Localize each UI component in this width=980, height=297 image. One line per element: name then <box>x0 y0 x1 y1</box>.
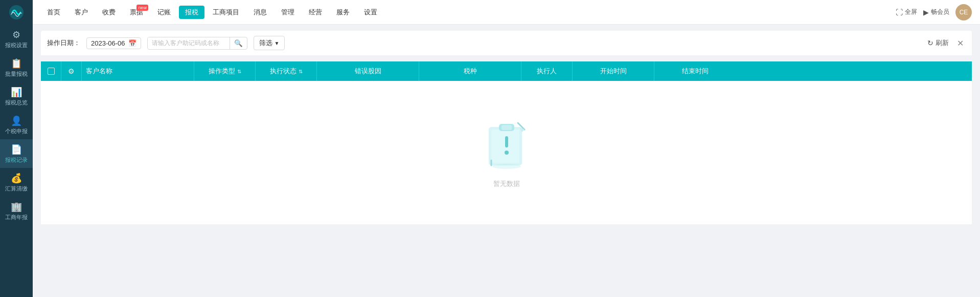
select-all-checkbox[interactable] <box>48 68 55 75</box>
refresh-button[interactable]: ↻ 刷新 <box>927 38 949 48</box>
video-icon: ▶ <box>923 8 929 16</box>
sidebar-item-huisuan-jiaona[interactable]: 💰 汇算清缴 <box>0 168 33 197</box>
th-op-type-label: 操作类型 <box>209 67 235 76</box>
nav-item-jingying[interactable]: 经营 <box>303 6 328 19</box>
member-label: 畅会员 <box>931 8 949 16</box>
nav-item-gongshang[interactable]: 工商项目 <box>207 6 245 19</box>
sidebar-item-label: 个税申报 <box>5 128 28 135</box>
th-customer: 客户名称 <box>82 61 194 81</box>
sidebar-item-baoshui-shezhi[interactable]: ⚙ 报税设置 <box>0 25 33 53</box>
th-start-time-label: 开始时间 <box>600 67 627 76</box>
empty-state: 暂无数据 <box>41 81 972 224</box>
sidebar-item-label: 批量报税 <box>5 71 28 77</box>
fullscreen-icon: ⛶ <box>896 8 903 16</box>
empty-icon <box>481 117 532 173</box>
nav-item-shouye[interactable]: 首页 <box>41 6 66 19</box>
fullscreen-label: 全屏 <box>905 8 917 16</box>
batch-tax-icon: 📋 <box>11 58 22 69</box>
member-button[interactable]: ▶ 畅会员 <box>923 8 949 16</box>
search-button[interactable]: 🔍 <box>230 37 247 49</box>
page-content: 操作日期： 2023-06-06 📅 🔍 筛选 ▼ ↻ <box>33 25 980 297</box>
avatar[interactable]: CE <box>955 4 972 20</box>
date-label: 操作日期： <box>47 38 80 48</box>
sidebar-item-label: 工商年报 <box>5 214 28 221</box>
topnav-right: ⛶ 全屏 ▶ 畅会员 CE <box>896 4 972 20</box>
nav-item-shoufei[interactable]: 收费 <box>96 6 122 19</box>
content-area: 操作日期： 2023-06-06 📅 🔍 筛选 ▼ ↻ <box>33 25 980 297</box>
th-end-time: 结束时间 <box>654 61 736 81</box>
th-executor: 执行人 <box>521 61 573 81</box>
sidebar-item-label: 汇算清缴 <box>5 185 28 192</box>
sidebar-item-baoshui-zonglan[interactable]: 📊 报税总览 <box>0 82 33 111</box>
tax-record-icon: 📄 <box>11 144 22 155</box>
annual-report-icon: 🏢 <box>11 201 22 213</box>
table-wrapper: ⚙ 客户名称 操作类型 ⇅ 执行状态 ⇅ 错误股因 <box>41 61 972 224</box>
th-end-time-label: 结束时间 <box>682 67 709 76</box>
new-badge: new <box>136 5 148 11</box>
th-checkbox[interactable] <box>41 61 61 81</box>
nav-item-kehu[interactable]: 客户 <box>69 6 94 19</box>
search-icon: 🔍 <box>234 39 243 47</box>
personal-tax-icon: 👤 <box>11 115 22 126</box>
fullscreen-button[interactable]: ⛶ 全屏 <box>896 8 917 16</box>
svg-point-9 <box>492 164 521 169</box>
th-error-reason: 错误股因 <box>317 61 419 81</box>
svg-point-6 <box>505 151 509 155</box>
th-start-time: 开始时间 <box>573 61 654 81</box>
topnav-items: 首页 客户 收费 票据 new 记账 报税 工商项目 消息 管理 经营 服务 设… <box>41 6 896 19</box>
th-customer-label: 客户名称 <box>86 67 112 76</box>
sidebar-item-geshuishenba[interactable]: 👤 个税申报 <box>0 111 33 139</box>
th-exec-status-label: 执行状态 <box>270 67 297 76</box>
sort-icon: ⇅ <box>299 69 303 74</box>
search-input[interactable] <box>148 37 230 49</box>
overview-icon: 📊 <box>11 87 22 98</box>
nav-item-shezhi[interactable]: 设置 <box>358 6 383 19</box>
sidebar-item-label: 报税设置 <box>5 42 28 49</box>
svg-rect-4 <box>502 125 512 130</box>
settlement-icon: 💰 <box>11 173 22 184</box>
chevron-down-icon: ▼ <box>275 40 280 46</box>
nav-item-fuwu[interactable]: 服务 <box>330 6 356 19</box>
th-op-type[interactable]: 操作类型 ⇅ <box>194 61 256 81</box>
toolbar: 操作日期： 2023-06-06 📅 🔍 筛选 ▼ ↻ <box>41 31 972 55</box>
nav-item-piaoju[interactable]: 票据 new <box>124 6 149 19</box>
main-wrapper: 首页 客户 收费 票据 new 记账 报税 工商项目 消息 管理 经营 服务 设… <box>33 0 980 297</box>
sidebar: ⚙ 报税设置 📋 批量报税 📊 报税总览 👤 个税申报 📄 报税记录 💰 汇算清… <box>0 0 33 297</box>
svg-rect-5 <box>505 136 508 147</box>
th-exec-status[interactable]: 执行状态 ⇅ <box>256 61 317 81</box>
date-value: 2023-06-06 <box>91 39 125 47</box>
refresh-icon: ↻ <box>927 39 933 47</box>
nav-item-jizhang[interactable]: 记账 <box>151 6 177 19</box>
sidebar-item-baoshui-jilu[interactable]: 📄 报税记录 <box>0 139 33 168</box>
search-box: 🔍 <box>147 37 247 50</box>
filter-button[interactable]: 筛选 ▼ <box>254 36 285 50</box>
sidebar-item-gongshang-nianba[interactable]: 🏢 工商年报 <box>0 197 33 225</box>
sidebar-item-label: 报税记录 <box>5 157 28 163</box>
th-tax-type: 税种 <box>419 61 521 81</box>
refresh-label: 刷新 <box>936 38 949 48</box>
sort-icon: ⇅ <box>237 69 241 74</box>
th-tax-type-label: 税种 <box>464 67 477 76</box>
nav-item-xiaoxi[interactable]: 消息 <box>247 6 273 19</box>
th-executor-label: 执行人 <box>537 67 557 76</box>
calendar-icon: 📅 <box>128 39 136 47</box>
sidebar-item-piliang-baoshui[interactable]: 📋 批量报税 <box>0 53 33 82</box>
th-settings: ⚙ <box>61 61 82 81</box>
sidebar-logo <box>0 0 33 25</box>
th-error-label: 错误股因 <box>355 67 381 76</box>
table-header: ⚙ 客户名称 操作类型 ⇅ 执行状态 ⇅ 错误股因 <box>41 61 972 81</box>
sidebar-item-label: 报税总览 <box>5 99 28 106</box>
empty-text: 暂无数据 <box>493 179 520 188</box>
nav-item-baoshui[interactable]: 报税 <box>179 6 204 19</box>
topnav: 首页 客户 收费 票据 new 记账 报税 工商项目 消息 管理 经营 服务 设… <box>33 0 980 25</box>
gear-icon: ⚙ <box>68 67 75 75</box>
close-button[interactable]: ✕ <box>955 37 966 49</box>
date-picker[interactable]: 2023-06-06 📅 <box>86 37 141 49</box>
filter-label: 筛选 <box>259 38 272 48</box>
nav-item-guanli[interactable]: 管理 <box>275 6 301 19</box>
settings-icon: ⚙ <box>12 29 20 40</box>
